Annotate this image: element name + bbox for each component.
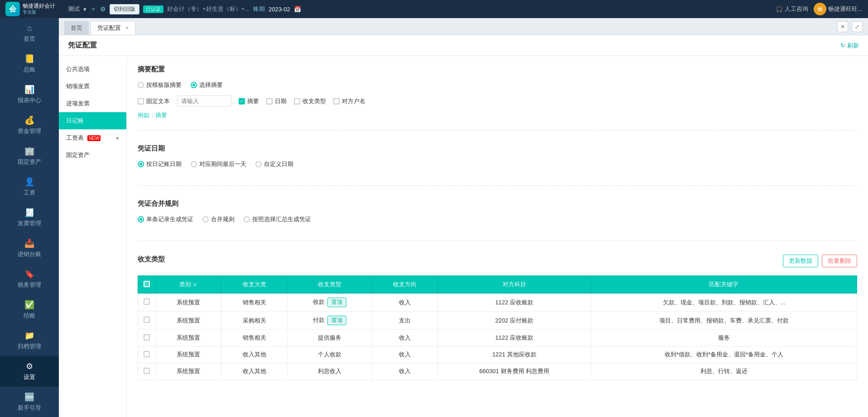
radio-single[interactable]: 单条记录生成凭证 bbox=[138, 215, 193, 223]
td-major-type: 收入其他 bbox=[221, 363, 287, 380]
fixed-text-input[interactable] bbox=[177, 95, 231, 107]
settings-icon[interactable]: ⚙ bbox=[100, 5, 106, 13]
td-direction: 收入 bbox=[372, 330, 437, 346]
tab-config-label: 凭证配置 bbox=[97, 24, 121, 31]
calendar-icon[interactable]: 📅 bbox=[294, 6, 301, 13]
row-checkbox[interactable] bbox=[144, 351, 150, 357]
inner-layout: 公共选项 销项发票 进项发票 日记账 工资表 NEW ▾ bbox=[59, 56, 868, 417]
sidebar: ⌂ 首页 📒 总账 📊 报表中心 💰 资金管理 🏢 固定资产 👤 工资 🧾 发票… bbox=[0, 18, 59, 417]
nav-payroll[interactable]: 工资表 NEW ▾ bbox=[59, 129, 126, 147]
refresh-btn[interactable]: ↻ 刷新 bbox=[840, 42, 859, 50]
pay-type-tag[interactable]: 置顶 bbox=[327, 316, 346, 325]
radio-period-last[interactable]: 对应期间最后一天 bbox=[191, 160, 246, 168]
row-checkbox[interactable] bbox=[144, 299, 150, 305]
row-checkbox[interactable] bbox=[144, 317, 150, 323]
radio-merge[interactable]: 合并规则 bbox=[202, 215, 235, 223]
summary-config-section: 摘要配置 按模板版摘要 选择摘要 bbox=[138, 65, 857, 131]
radio-select[interactable]: 选择摘要 bbox=[191, 81, 223, 89]
sidebar-item-tax[interactable]: 🔖 税务管理 bbox=[0, 264, 59, 294]
cb-summary[interactable]: ✓ 摘要 bbox=[239, 97, 259, 105]
content-area: 首页 凭证配置 × ✕ ⤢ 凭证配置 ↻ 刷新 bbox=[59, 18, 868, 417]
sidebar-item-settle[interactable]: ✅ 结账 bbox=[0, 294, 59, 325]
td-counter-subject: 1221 其他应收款 bbox=[437, 346, 591, 363]
logo-subtitle: 专业版 bbox=[23, 9, 55, 15]
table-row: 系统预置销售相关收款置顶收入1122 应收账款欠款、现金、项目款、到款、报销款、… bbox=[138, 294, 857, 312]
headset-icon: 🎧 bbox=[776, 6, 783, 13]
window-max-btn[interactable]: ⤢ bbox=[852, 21, 863, 32]
window-close-btn[interactable]: ✕ bbox=[837, 21, 848, 32]
period-label: 账期 bbox=[253, 5, 265, 13]
table-header-row: 类别 ∨ 收支大类 收支类型 收支方向 对方科目 匹配关键字 bbox=[138, 276, 857, 294]
nav-purchase[interactable]: 进项发票 bbox=[59, 95, 126, 112]
sidebar-label-invoices: 发票管理 bbox=[18, 219, 41, 227]
user-name: 畅捷通旺旺... bbox=[828, 5, 863, 13]
reports-icon: 📊 bbox=[24, 85, 34, 95]
th-counter-subject: 对方科目 bbox=[437, 276, 591, 294]
cb-counterpart[interactable]: 对方户名 bbox=[333, 97, 365, 105]
tab-close-icon[interactable]: × bbox=[125, 24, 129, 31]
td-pay-type: 付款置顶 bbox=[287, 312, 372, 330]
page-title-bar: 凭证配置 ↻ 刷新 bbox=[59, 35, 868, 56]
nav-sales[interactable]: 销项发票 bbox=[59, 78, 126, 95]
radio-select-merge[interactable]: 按照选择汇总生成凭证 bbox=[244, 215, 311, 223]
home-icon: ⌂ bbox=[27, 24, 32, 33]
sidebar-item-guide[interactable]: 🆕 新手引导 bbox=[0, 387, 59, 417]
tab-home[interactable]: 首页 bbox=[64, 21, 89, 35]
sidebar-item-assets[interactable]: 🏢 固定资产 bbox=[0, 141, 59, 171]
switch-old-btn[interactable]: 切到旧版 bbox=[110, 4, 139, 14]
th-check bbox=[138, 276, 156, 294]
pay-type-tag[interactable]: 置顶 bbox=[327, 298, 346, 307]
td-major-type: 收入其他 bbox=[221, 346, 287, 363]
payroll-expand-icon: ▾ bbox=[116, 135, 119, 142]
update-data-btn[interactable]: 更新数据 bbox=[783, 255, 818, 267]
batch-delete-btn[interactable]: 批量删除 bbox=[822, 255, 857, 267]
row-checkbox[interactable] bbox=[144, 334, 150, 341]
radio-template[interactable]: 按模板版摘要 bbox=[138, 81, 182, 89]
sidebar-item-invoices[interactable]: 🧾 发票管理 bbox=[0, 202, 59, 233]
settings-gear-icon: ⚙ bbox=[26, 361, 33, 371]
td-counter-subject: 1122 应收账款 bbox=[437, 330, 591, 346]
nav-journal[interactable]: 日记账 bbox=[59, 112, 126, 129]
sidebar-item-archive[interactable]: 📁 归档管理 bbox=[0, 325, 59, 356]
td-match-keyword: 项目、日常费用、报销款、车费、承兑汇票、付款 bbox=[591, 312, 857, 330]
refresh-icon: ↻ bbox=[840, 42, 845, 49]
row-checkbox[interactable] bbox=[144, 368, 150, 374]
summary-checkbox-row: 固定文本 ✓ 摘要 日期 bbox=[138, 95, 857, 107]
header-checkbox[interactable] bbox=[144, 281, 150, 287]
funds-icon: 💰 bbox=[24, 115, 34, 125]
sidebar-label-payroll: 工资 bbox=[24, 189, 35, 197]
example-text: 例如：摘要 bbox=[138, 111, 857, 119]
test-dropdown[interactable]: ▾ bbox=[83, 6, 86, 13]
sidebar-item-ledger[interactable]: 📒 总账 bbox=[0, 48, 59, 79]
sidebar-item-home[interactable]: ⌂ 首页 bbox=[0, 18, 59, 48]
page-content: 凭证配置 ↻ 刷新 公共选项 销项发票 进项发票 bbox=[59, 35, 868, 417]
summary-radio-group: 按模板版摘要 选择摘要 bbox=[138, 81, 857, 89]
cb-pay-type-box bbox=[294, 98, 300, 104]
radio-custom-date[interactable]: 自定义日期 bbox=[255, 160, 293, 168]
user-area[interactable]: 畅 畅捷通旺旺... bbox=[814, 3, 863, 15]
cb-date[interactable]: 日期 bbox=[266, 97, 287, 105]
td-major-type: 销售相关 bbox=[221, 294, 287, 312]
sidebar-item-settings[interactable]: ⚙ 设置 bbox=[0, 356, 59, 387]
merge-rules-section: 凭证合并规则 单条记录生成凭证 合并规则 bbox=[138, 199, 857, 241]
consult-btn[interactable]: 🎧 人工咨询 bbox=[776, 5, 808, 13]
logo-title: 畅捷通好会计 bbox=[23, 3, 55, 9]
voucher-date-title: 凭证日期 bbox=[138, 144, 857, 153]
nav-public[interactable]: 公共选项 bbox=[59, 61, 126, 78]
add-icon[interactable]: ＋ bbox=[90, 5, 96, 13]
example-value: 摘要 bbox=[155, 112, 167, 118]
guide-icon: 🆕 bbox=[24, 392, 34, 402]
radio-journal-date[interactable]: 按日记账日期 bbox=[138, 160, 182, 168]
cb-fixed-text[interactable]: 固定文本 bbox=[138, 97, 170, 105]
payment-types-title: 收支类型 bbox=[138, 255, 165, 264]
table-row: 系统预置销售相关提供服务收入1122 应收账款服务 bbox=[138, 330, 857, 346]
sidebar-item-purchase[interactable]: 📥 进销台账 bbox=[0, 233, 59, 264]
sidebar-item-reports[interactable]: 📊 报表中心 bbox=[0, 79, 59, 110]
nav-assets[interactable]: 固定资产 bbox=[59, 147, 126, 164]
sidebar-item-payroll[interactable]: 👤 工资 bbox=[0, 171, 59, 202]
sidebar-item-funds[interactable]: 💰 资金管理 bbox=[0, 110, 59, 141]
table-row: 系统预置收入其他个人收款收入1221 其他应收款收到*借款、收到*备用金、退回*… bbox=[138, 346, 857, 363]
ledger-icon: 📒 bbox=[24, 54, 34, 64]
cb-pay-type[interactable]: 收支类型 bbox=[294, 97, 326, 105]
tab-config[interactable]: 凭证配置 × bbox=[91, 21, 135, 35]
